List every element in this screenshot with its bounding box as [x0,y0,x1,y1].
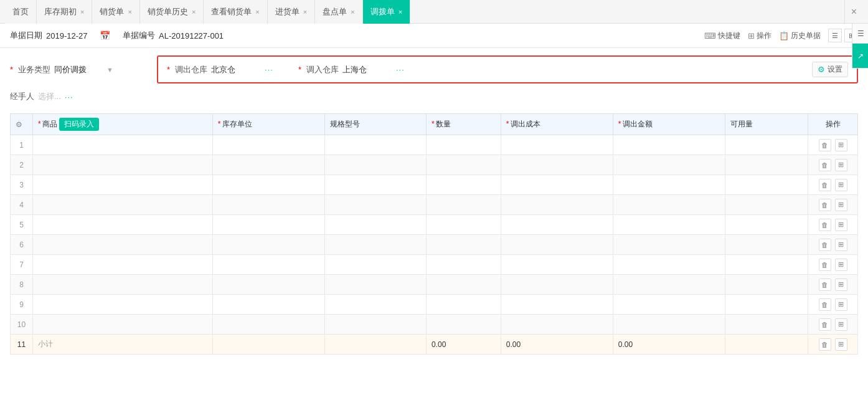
cell-cost[interactable] [501,215,613,235]
cell-spec[interactable] [324,175,426,195]
copy-icon[interactable]: ⊞ [835,259,847,271]
cell-cost[interactable] [501,275,613,295]
cell-spec[interactable] [324,135,426,155]
cell-cost[interactable] [501,235,613,255]
cell-product[interactable] [33,275,213,295]
out-warehouse-more-button[interactable]: ··· [265,65,273,74]
cell-qty[interactable] [427,215,501,235]
copy-icon[interactable]: ⊞ [835,318,847,331]
cell-cost[interactable] [501,175,613,195]
delete-icon[interactable]: 🗑 [819,219,831,231]
delete-icon[interactable]: 🗑 [819,179,831,191]
tab-purchase-order[interactable]: 进货单 × [268,0,315,24]
cell-product[interactable] [33,215,213,235]
business-type-select[interactable]: 同价调拨 ▼ [54,64,113,75]
cell-qty[interactable] [427,315,501,335]
cell-amount[interactable] [613,155,725,175]
cell-product[interactable] [33,235,213,255]
close-icon[interactable]: × [192,8,196,16]
delete-icon[interactable]: 🗑 [819,338,831,351]
cell-cost[interactable] [501,315,613,335]
cell-spec[interactable] [324,215,426,235]
tab-view-sales[interactable]: 查看销货单 × [204,0,267,24]
cell-qty[interactable] [427,255,501,275]
close-icon[interactable]: × [303,8,307,16]
delete-icon[interactable]: 🗑 [819,318,831,331]
cell-product[interactable] [33,295,213,315]
cell-spec[interactable] [324,295,426,315]
delete-icon[interactable]: 🗑 [819,199,831,211]
cell-qty[interactable] [427,135,501,155]
cell-amount[interactable] [613,295,725,315]
operation-button[interactable]: ⊞ 操作 [748,31,771,41]
cell-unit[interactable] [212,195,324,215]
cell-unit[interactable] [212,255,324,275]
close-icon[interactable]: × [399,8,402,16]
sidebar-expand-button[interactable]: ↗ [852,44,868,69]
col-gear[interactable]: ⚙ [11,114,33,135]
tab-sales-history[interactable]: 销货单历史 × [140,0,204,24]
delete-icon[interactable]: 🗑 [819,278,831,291]
cell-amount[interactable] [613,255,725,275]
delete-icon[interactable]: 🗑 [819,139,831,151]
cell-unit[interactable] [212,275,324,295]
cell-qty[interactable] [427,195,501,215]
settings-button[interactable]: ⚙ 设置 [812,62,848,77]
cell-unit[interactable] [212,215,324,235]
cell-amount[interactable] [613,315,725,335]
cell-product[interactable] [33,195,213,215]
copy-icon[interactable]: ⊞ [835,338,847,351]
cell-qty[interactable] [427,155,501,175]
cell-product[interactable] [33,315,213,335]
cell-spec[interactable] [324,155,426,175]
cell-qty[interactable] [427,275,501,295]
copy-icon[interactable]: ⊞ [835,219,847,231]
cell-spec[interactable] [324,255,426,275]
shortcut-button[interactable]: ⌨ 快捷键 [704,31,740,41]
cell-cost[interactable] [501,195,613,215]
sidebar-list-button[interactable]: ☰ [852,24,868,44]
gear-icon[interactable]: ⚙ [16,120,22,129]
cell-cost[interactable] [501,155,613,175]
cell-unit[interactable] [212,135,324,155]
cell-unit[interactable] [212,315,324,335]
tab-inventory-init[interactable]: 库存期初 × [37,0,92,24]
cell-spec[interactable] [324,235,426,255]
cell-qty[interactable] [427,295,501,315]
cell-product[interactable] [33,255,213,275]
cell-amount[interactable] [613,215,725,235]
cell-unit[interactable] [212,295,324,315]
copy-icon[interactable]: ⊞ [835,298,847,311]
copy-icon[interactable]: ⊞ [835,139,847,151]
cell-product[interactable] [33,155,213,175]
cell-amount[interactable] [613,195,725,215]
list-view-button[interactable]: ☰ [828,29,842,42]
in-warehouse-more-button[interactable]: ··· [396,65,405,74]
cell-amount[interactable] [613,175,725,195]
copy-icon[interactable]: ⊞ [835,239,847,251]
copy-icon[interactable]: ⊞ [835,159,847,171]
tab-transfer[interactable]: 调拨单 × [363,0,410,24]
history-button[interactable]: 📋 历史单据 [779,31,821,41]
delete-icon[interactable]: 🗑 [819,159,831,171]
cell-spec[interactable] [324,195,426,215]
cell-amount[interactable] [613,135,725,155]
copy-icon[interactable]: ⊞ [835,179,847,191]
scan-button[interactable]: 扫码录入 [59,118,99,131]
copy-icon[interactable]: ⊞ [835,199,847,211]
cell-amount[interactable] [613,235,725,255]
close-icon[interactable]: × [128,8,131,16]
delete-icon[interactable]: 🗑 [819,298,831,311]
copy-icon[interactable]: ⊞ [835,278,847,291]
cell-product[interactable] [33,175,213,195]
cell-product[interactable] [33,135,213,155]
tab-stocktake[interactable]: 盘点单 × [315,0,362,24]
cell-unit[interactable] [212,175,324,195]
delete-icon[interactable]: 🗑 [819,239,831,251]
close-icon[interactable]: × [255,8,259,16]
calendar-icon[interactable]: 📅 [100,31,110,40]
cell-unit[interactable] [212,155,324,175]
cell-spec[interactable] [324,315,426,335]
cell-cost[interactable] [501,295,613,315]
close-icon[interactable]: × [351,8,354,16]
